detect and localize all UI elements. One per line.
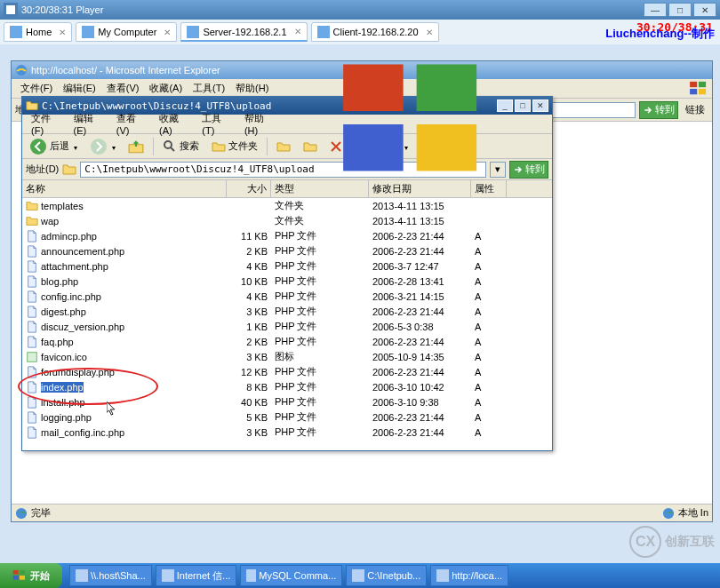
up-button[interactable] bbox=[124, 137, 148, 156]
file-row[interactable]: digest.php3 KBPHP 文件2006-2-23 21:44A bbox=[22, 304, 552, 319]
status-zone-icon bbox=[662, 507, 675, 520]
file-list[interactable]: templates文件夹2013-4-11 13:15wap文件夹2013-4-… bbox=[22, 198, 552, 450]
ie-menu-item[interactable]: 编辑(E) bbox=[58, 80, 101, 97]
explorer-menu-item[interactable]: 编辑(E) bbox=[68, 110, 111, 138]
taskbar-item[interactable]: C:\Inetpub... bbox=[346, 565, 427, 586]
file-date: 2006-2-28 13:41 bbox=[369, 276, 471, 287]
file-attr: A bbox=[471, 322, 507, 332]
vm-tab[interactable]: My Computer✕ bbox=[76, 22, 177, 42]
col-header-date[interactable]: 修改日期 bbox=[369, 180, 471, 197]
windows-flag-icon bbox=[12, 568, 27, 583]
file-row[interactable]: forumdisplay.php12 KBPHP 文件2006-2-23 21:… bbox=[22, 364, 552, 379]
file-row[interactable]: announcement.php2 KBPHP 文件2006-2-23 21:4… bbox=[22, 243, 552, 258]
ie-menu-item[interactable]: 帮助(H) bbox=[230, 80, 274, 97]
file-size: 5 KB bbox=[227, 412, 271, 423]
explorer-menu-item[interactable]: 文件(F) bbox=[26, 110, 68, 138]
file-type: 图标 bbox=[271, 350, 369, 363]
file-type: PHP 文件 bbox=[271, 259, 369, 273]
file-type: PHP 文件 bbox=[271, 320, 369, 333]
taskbar-item[interactable]: Internet 信... bbox=[156, 565, 237, 586]
file-row[interactable]: faq.php2 KBPHP 文件2006-2-23 21:44A bbox=[22, 334, 552, 349]
explorer-menu-item[interactable]: 收藏(A) bbox=[154, 110, 196, 138]
file-date: 2006-2-23 21:44 bbox=[369, 367, 471, 377]
col-header-size[interactable]: 大小 bbox=[227, 180, 271, 197]
watermark: CX 创新互联 bbox=[629, 526, 715, 558]
taskbar-item[interactable]: http://loca... bbox=[430, 565, 508, 586]
file-row[interactable]: discuz_version.php1 KBPHP 文件2006-5-3 0:3… bbox=[22, 319, 552, 334]
explorer-menu-item[interactable]: 查看(V) bbox=[111, 110, 154, 138]
vm-tab[interactable]: Home✕ bbox=[4, 22, 72, 42]
file-row[interactable]: attachment.php4 KBPHP 文件2006-3-7 12:47A bbox=[22, 258, 552, 274]
col-header-type[interactable]: 类型 bbox=[271, 180, 369, 197]
file-row[interactable]: favicon.ico3 KB图标2005-10-9 14:35A bbox=[22, 349, 552, 364]
file-name: forumdisplay.php bbox=[41, 367, 115, 377]
folder-icon bbox=[26, 215, 38, 227]
file-attr: A bbox=[471, 427, 507, 438]
file-size: 4 KB bbox=[227, 261, 271, 272]
file-type: PHP 文件 bbox=[271, 244, 369, 258]
search-button[interactable]: 搜索 bbox=[159, 138, 203, 155]
windows-flag-icon bbox=[689, 81, 708, 97]
file-row[interactable]: admincp.php11 KBPHP 文件2006-2-23 21:44A bbox=[22, 228, 552, 243]
back-dropdown[interactable] bbox=[72, 141, 77, 152]
file-type: PHP 文件 bbox=[271, 305, 369, 318]
file-type: PHP 文件 bbox=[271, 365, 369, 378]
forward-button[interactable] bbox=[86, 136, 119, 157]
ie-menu-item[interactable]: 工具(T) bbox=[188, 80, 230, 97]
file-row[interactable]: blog.php10 KBPHP 文件2006-2-28 13:41A bbox=[22, 274, 552, 289]
php-icon bbox=[26, 275, 38, 288]
folder-icon bbox=[62, 163, 76, 177]
ie-menu-item[interactable]: 查看(V) bbox=[101, 80, 145, 97]
back-button[interactable]: 后退 bbox=[26, 136, 81, 157]
php-icon bbox=[26, 336, 38, 348]
ico-icon bbox=[26, 351, 38, 363]
vm-tab[interactable]: Client-192.168.2.20✕ bbox=[311, 22, 439, 42]
tab-close-icon[interactable]: ✕ bbox=[426, 28, 433, 37]
file-name: discuz_version.php bbox=[41, 322, 124, 332]
tab-close-icon[interactable]: ✕ bbox=[164, 28, 171, 37]
file-size: 3 KB bbox=[227, 306, 271, 317]
col-header-name[interactable]: 名称 bbox=[22, 180, 227, 197]
tab-close-icon[interactable]: ✕ bbox=[59, 28, 66, 37]
php-icon bbox=[26, 306, 38, 318]
php-icon bbox=[26, 396, 38, 409]
ie-menu-item[interactable]: 文件(F) bbox=[15, 80, 58, 97]
file-size: 2 KB bbox=[227, 246, 271, 257]
file-row[interactable]: index.php8 KBPHP 文件2006-3-10 10:42A bbox=[22, 379, 552, 394]
php-icon bbox=[26, 381, 38, 393]
file-row[interactable]: wap文件夹2013-4-11 13:15 bbox=[22, 213, 552, 228]
file-name: install.php bbox=[41, 397, 85, 408]
file-row[interactable]: logging.php5 KBPHP 文件2006-2-23 21:44A bbox=[22, 409, 552, 425]
ie-go-button[interactable]: 转到 bbox=[639, 101, 678, 119]
svg-rect-13 bbox=[187, 26, 199, 38]
col-header-attr[interactable]: 属性 bbox=[471, 180, 507, 197]
file-row[interactable]: install.php40 KBPHP 文件2006-3-10 9:38A bbox=[22, 394, 552, 409]
vm-close-button[interactable]: ✕ bbox=[693, 3, 716, 17]
file-attr: A bbox=[471, 276, 507, 287]
ie-menu-item[interactable]: 收藏(A) bbox=[144, 80, 188, 97]
php-icon bbox=[26, 366, 38, 378]
svg-rect-17 bbox=[76, 569, 88, 582]
ie-links-label[interactable]: 链接 bbox=[682, 103, 708, 116]
start-button[interactable]: 开始 bbox=[0, 563, 62, 588]
folders-button[interactable]: 文件夹 bbox=[208, 138, 261, 155]
file-row[interactable]: templates文件夹2013-4-11 13:15 bbox=[22, 198, 552, 213]
taskbar-item[interactable]: \\.host\Sha... bbox=[69, 565, 152, 586]
file-row[interactable]: mail_config.inc.php3 KBPHP 文件2006-2-23 2… bbox=[22, 425, 552, 440]
explorer-menu-item[interactable]: 工具(T) bbox=[196, 110, 239, 138]
php-icon bbox=[26, 290, 38, 303]
vm-tab[interactable]: Server-192.168.2.1✕ bbox=[180, 22, 307, 42]
file-attr: A bbox=[471, 397, 507, 408]
vm-minimize-button[interactable]: — bbox=[644, 3, 667, 17]
explorer-window: C:\Inetpub\wwwroot\Discuz!4_UTF8\upload … bbox=[21, 96, 553, 451]
explorer-menu-item[interactable]: 帮助(H) bbox=[239, 110, 283, 138]
taskbar-item[interactable]: MySQL Comma... bbox=[240, 565, 342, 586]
svg-rect-14 bbox=[317, 26, 330, 38]
file-name: blog.php bbox=[41, 276, 78, 287]
svg-rect-12 bbox=[82, 26, 94, 38]
tab-close-icon[interactable]: ✕ bbox=[294, 27, 301, 36]
file-name: wap bbox=[41, 216, 59, 226]
file-row[interactable]: config.inc.php4 KBPHP 文件2006-3-21 14:15A bbox=[22, 289, 552, 304]
vm-maximize-button[interactable]: □ bbox=[668, 3, 692, 17]
file-name: mail_config.inc.php bbox=[41, 427, 124, 438]
